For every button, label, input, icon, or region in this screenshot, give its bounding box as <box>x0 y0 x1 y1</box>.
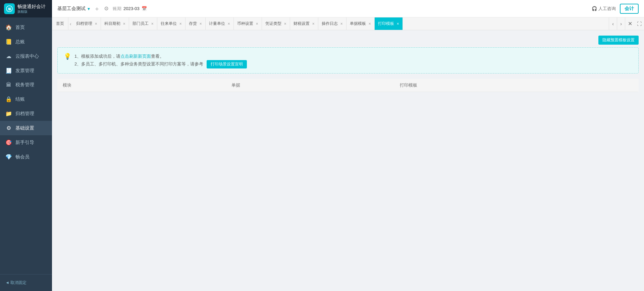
sidebar-item-settings[interactable]: ⚙ 基础设置 <box>0 121 52 135</box>
sidebar-navigation: 🏠 首页 📒 总账 ☁ 云报表中心 🧾 发票管理 🏛 税务管理 🔒 结账 📁 归… <box>0 17 52 274</box>
col-module: 模块 <box>57 79 226 92</box>
tab-currency[interactable]: 币种设置 × <box>234 17 262 30</box>
tabs-close-all[interactable]: ✕ <box>625 17 635 30</box>
tab-inventory-close[interactable]: × <box>200 21 202 26</box>
sidebar-item-label-member: 畅会员 <box>15 154 30 160</box>
sidebar-item-label-closing: 结账 <box>15 96 25 102</box>
tab-tax-settings-label: 财税设置 <box>293 21 310 27</box>
tab-archive-mgmt-label: 归档管理 <box>76 21 92 27</box>
template-data-table: 模块 单据 打印模板 <box>57 79 639 92</box>
main-area: 基层工会测试 ▾ ＋ ⚙ 账期 2023-03 📅 🎧 人工咨询 会计 首页 ‹… <box>52 0 644 291</box>
tab-operation-log-close[interactable]: × <box>340 21 343 26</box>
lock-icon: 🔒 <box>5 96 12 102</box>
tax-icon: 🏛 <box>5 82 12 88</box>
topbar-right: 🎧 人工咨询 会计 <box>592 4 639 14</box>
tab-single-voucher[interactable]: 单据模板 × <box>346 17 375 30</box>
logo-icon: 畅 <box>4 3 15 14</box>
company-name: 基层工会测试 <box>57 6 86 12</box>
info-line2-prefix: 2、多员工、多打印机、多种业务类型设置不同打印方案等，请参考 <box>74 61 203 66</box>
svg-text:畅: 畅 <box>8 7 11 11</box>
tab-vendor-label: 往来单位 <box>161 21 177 27</box>
sidebar-logo: 畅 畅捷通好会计 旗舰版 <box>0 0 52 17</box>
tab-subject-init-close[interactable]: × <box>123 21 125 26</box>
info-text-block: 1、模板添加成功后，请点击刷新新页面查看。 2、多员工、多打印机、多种业务类型设… <box>74 52 247 68</box>
tabs-scroll-left[interactable]: ‹ <box>609 17 617 30</box>
member-icon: 💎 <box>5 154 12 160</box>
app-name: 畅捷通好会计 <box>17 3 46 9</box>
unpin-label: ◄ 取消固定 <box>5 280 26 286</box>
company-dropdown-icon[interactable]: ▾ <box>88 6 90 11</box>
tab-inventory-label: 存货 <box>189 21 197 27</box>
service-button[interactable]: 🎧 人工咨询 <box>592 6 616 12</box>
sidebar-item-home[interactable]: 🏠 首页 <box>0 20 52 35</box>
tab-nav-prev[interactable]: ‹ <box>68 21 73 27</box>
col-print-template: 打印模板 <box>394 79 639 92</box>
sidebar-item-ledger[interactable]: 📒 总账 <box>0 35 52 49</box>
print-scene-button[interactable]: 打印场景设置宣明 <box>207 60 247 68</box>
sidebar-item-label-reports: 云报表中心 <box>15 53 39 59</box>
sidebar-item-member[interactable]: 💎 畅会员 <box>0 150 52 164</box>
add-company-button[interactable]: ＋ <box>94 5 100 13</box>
sidebar-item-label-home: 首页 <box>15 25 25 31</box>
tab-inventory[interactable]: 存货 × <box>185 17 206 30</box>
info-line1-prefix: 1、模板添加成功后，请 <box>74 54 120 59</box>
tab-subject-init[interactable]: 科目期初 × <box>101 17 129 30</box>
tab-subject-init-label: 科目期初 <box>104 21 120 27</box>
tab-dept-employee[interactable]: 部门员工 × <box>129 17 157 30</box>
tab-voucher-type-close[interactable]: × <box>284 21 286 26</box>
tab-operation-log[interactable]: 操作日志 × <box>318 17 346 30</box>
tab-home-label: 首页 <box>56 21 64 27</box>
tab-print-template[interactable]: 打印模板 × <box>375 17 403 30</box>
period-selector: 账期 2023-03 📅 <box>113 6 147 12</box>
sidebar-item-tax[interactable]: 🏛 税务管理 <box>0 78 52 92</box>
sidebar-item-closing[interactable]: 🔒 结账 <box>0 92 52 106</box>
settings-icon: ⚙ <box>5 125 12 131</box>
tab-archive-mgmt-close[interactable]: × <box>95 21 97 26</box>
ledger-icon: 📒 <box>5 39 12 45</box>
tab-vendor-close[interactable]: × <box>179 21 182 26</box>
cloud-icon: ☁ <box>5 53 12 59</box>
sidebar-item-archive[interactable]: 📁 归档管理 <box>0 106 52 121</box>
period-value: 2023-03 <box>123 6 140 11</box>
sidebar-item-guide[interactable]: 🎯 新手引导 <box>0 135 52 150</box>
tab-tax-settings[interactable]: 财税设置 × <box>290 17 318 30</box>
info-line1-suffix: 查看。 <box>151 54 164 59</box>
tab-print-template-close[interactable]: × <box>397 21 399 26</box>
tab-measure-unit[interactable]: 计量单位 × <box>206 17 234 30</box>
hide-template-button[interactable]: 隐藏预置模板设置 <box>598 36 639 45</box>
company-selector[interactable]: 基层工会测试 ▾ <box>57 6 90 12</box>
tab-dept-employee-label: 部门员工 <box>132 21 149 27</box>
tab-currency-close[interactable]: × <box>256 21 258 26</box>
tab-vendor[interactable]: 往来单位 × <box>157 17 185 30</box>
sidebar-item-label-settings: 基础设置 <box>15 125 34 131</box>
tab-measure-unit-label: 计量单位 <box>209 21 225 27</box>
tab-voucher-type[interactable]: 凭证类型 × <box>262 17 290 30</box>
sidebar-item-label-ledger: 总账 <box>15 39 25 45</box>
print-template-table: 模块 单据 打印模板 <box>57 79 639 92</box>
tab-measure-unit-close[interactable]: × <box>228 21 230 26</box>
logo-text-group: 畅捷通好会计 旗舰版 <box>17 3 46 14</box>
tab-archive-mgmt[interactable]: 归档管理 × <box>73 17 101 30</box>
tab-tax-settings-close[interactable]: × <box>312 21 315 26</box>
tab-currency-label: 币种设置 <box>237 21 253 27</box>
company-settings-icon[interactable]: ⚙ <box>104 5 109 12</box>
content-area: 隐藏预置模板设置 💡 1、模板添加成功后，请点击刷新新页面查看。 2、多员工、多… <box>52 30 644 291</box>
tab-single-voucher-close[interactable]: × <box>369 21 371 26</box>
accountant-label: 会计 <box>625 6 634 11</box>
sidebar-item-invoice[interactable]: 🧾 发票管理 <box>0 63 52 78</box>
unpin-button[interactable]: ◄ 取消固定 <box>0 274 52 291</box>
tabs-expand[interactable]: ⛶ <box>635 17 644 30</box>
archive-icon: 📁 <box>5 110 12 117</box>
home-icon: 🏠 <box>5 24 12 31</box>
tab-dept-employee-close[interactable]: × <box>151 21 154 26</box>
sidebar-item-label-archive: 归档管理 <box>15 111 34 117</box>
tabs-scroll-right[interactable]: › <box>617 17 625 30</box>
refresh-link[interactable]: 点击刷新新页面 <box>120 54 151 59</box>
accountant-button[interactable]: 会计 <box>620 4 639 14</box>
calendar-icon[interactable]: 📅 <box>142 6 147 11</box>
tab-home[interactable]: 首页 <box>52 17 68 30</box>
sidebar-item-reports[interactable]: ☁ 云报表中心 <box>0 49 52 63</box>
info-banner: 💡 1、模板添加成功后，请点击刷新新页面查看。 2、多员工、多打印机、多种业务类… <box>57 47 639 74</box>
tab-voucher-type-label: 凭证类型 <box>265 21 281 27</box>
sidebar-item-label-guide: 新手引导 <box>15 140 34 146</box>
